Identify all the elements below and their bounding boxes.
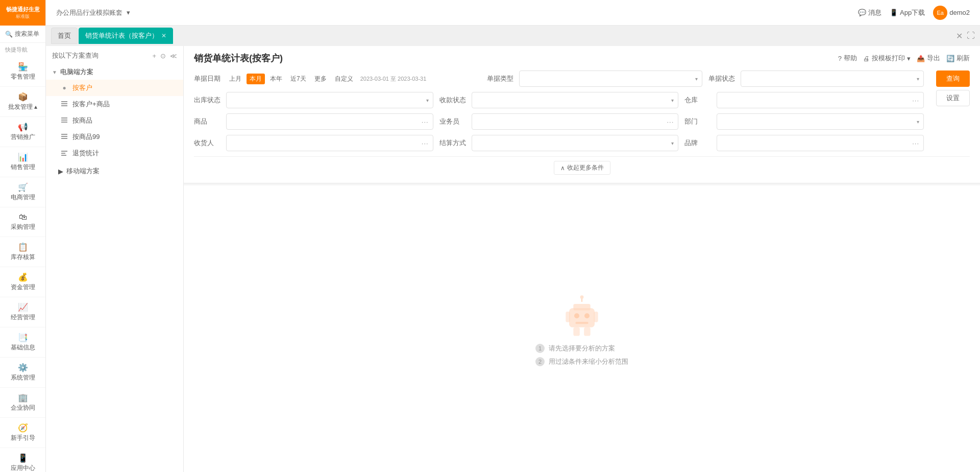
return-icon	[60, 149, 68, 157]
settings-btn[interactable]: 设置	[936, 90, 970, 106]
svg-rect-19	[573, 327, 580, 336]
header-left: 办公用品行业模拟账套 ▾	[56, 8, 130, 17]
tab-close-icon[interactable]: ✕	[161, 32, 166, 39]
goods-control[interactable]: ···	[226, 113, 433, 130]
scheme-add-btn[interactable]: +	[152, 52, 156, 60]
date-tab-custom[interactable]: 自定义	[332, 74, 356, 84]
scheme-item-return-label: 退货统计	[72, 149, 99, 158]
app-download-btn[interactable]: 📱 App下载	[890, 8, 925, 17]
customer-goods-icon	[60, 100, 68, 108]
receipt-status-control[interactable]: ▾	[472, 92, 679, 108]
collapse-btn[interactable]: ∧ 收起更多条件	[554, 161, 610, 175]
filter-container: 单据日期 上月 本月 本年 近7天 更多 自定义 2023-03-01 至 20…	[194, 70, 970, 156]
bill-status-chevron: ▾	[917, 76, 919, 82]
sidebar: 畅捷通好生意 标准版 🔍搜索菜单 快捷导航 🏪零售管理 📦批发管理 ▴ 📢营销推…	[0, 0, 46, 472]
sidebar-item-enterprise[interactable]: 🏢企业协同	[0, 388, 45, 418]
sidebar-item-retail[interactable]: 🏪零售管理	[0, 57, 45, 87]
svg-rect-5	[61, 122, 67, 123]
goods-dots: ···	[422, 118, 429, 126]
scheme-item-goods[interactable]: 按商品	[46, 112, 183, 129]
sidebar-item-wholesale[interactable]: 📦批发管理 ▴	[0, 87, 45, 117]
sidebar-item-basic[interactable]: 📑基础信息	[0, 327, 45, 358]
user-area[interactable]: Ea demo2	[933, 6, 970, 20]
message-icon: 💬	[858, 9, 866, 16]
goods-label: 商品	[194, 117, 222, 126]
tab-home[interactable]: 首页	[51, 28, 78, 44]
filters-main: 单据日期 上月 本月 本年 近7天 更多 自定义 2023-03-01 至 20…	[194, 70, 924, 156]
sidebar-item-system[interactable]: ⚙️系统管理	[0, 358, 45, 388]
date-tab-this-month[interactable]: 本月	[247, 74, 265, 84]
date-tab-last-month[interactable]: 上月	[226, 74, 244, 84]
scheme-item-customer-goods[interactable]: 按客户+商品	[46, 96, 183, 112]
dept-label: 部门	[684, 117, 713, 126]
page-title: 销货单统计表(按客户)	[194, 52, 283, 64]
svg-rect-18	[594, 312, 598, 322]
search-menu-text[interactable]: 🔍搜索菜单	[5, 30, 40, 38]
sidebar-item-finance[interactable]: 💰资金管理	[0, 267, 45, 297]
sidebar-item-guide[interactable]: 🧭新手引导	[0, 418, 45, 448]
scheme-item-return[interactable]: 退货统计	[46, 145, 183, 161]
staff-dots: ···	[667, 118, 674, 126]
empty-hints: 1 请先选择要分析的方案 2 用过滤条件来缩小分析范围	[535, 344, 628, 366]
mobile-group-label: 移动端方案	[66, 167, 100, 176]
collapse-row: ∧ 收起更多条件	[194, 156, 970, 179]
help-btn[interactable]: ? 帮助	[838, 54, 857, 63]
payment-control[interactable]: ▾	[472, 135, 679, 151]
scheme-group-desktop-title[interactable]: ▼ 电脑端方案	[46, 64, 183, 80]
receiver-control[interactable]: ···	[226, 135, 433, 151]
message-btn[interactable]: 💬 消息	[858, 8, 881, 17]
dept-control[interactable]: ▾	[717, 113, 924, 130]
filter-row-2: 出库状态 ▾ 收款状态 ▾	[194, 92, 924, 108]
scheme-item-customer-goods-label: 按客户+商品	[72, 100, 110, 109]
window-expand-icon[interactable]: ⛶	[967, 31, 975, 41]
scheme-group-mobile-title[interactable]: ▶ 移动端方案	[46, 163, 183, 179]
content-actions: ? 帮助 🖨 按模板打印 ▾ 📤 导出 🔄	[838, 54, 970, 63]
scheme-item-goods-label: 按商品	[72, 116, 92, 125]
sidebar-item-appcenter[interactable]: 📱应用中心	[0, 448, 45, 472]
export-btn[interactable]: 📤 导出	[917, 54, 940, 63]
sidebar-item-inventory[interactable]: 📋库存核算	[0, 237, 45, 267]
bill-type-chevron: ▾	[695, 76, 698, 82]
brand-control[interactable]: ···	[717, 135, 924, 151]
sidebar-item-ecommerce[interactable]: 🛒电商管理	[0, 177, 45, 207]
scheme-item-by-customer[interactable]: ● 按客户	[46, 80, 183, 96]
page-container: 按以下方案查询 + ⊙ ≪ ▼ 电脑端方案 ● 按客户	[46, 46, 980, 472]
hint2-text: 用过滤条件来缩小分析范围	[549, 357, 628, 366]
query-btn[interactable]: 查询	[936, 70, 970, 87]
scheme-copy-btn[interactable]: ⊙	[160, 52, 166, 60]
scheme-item-goods99[interactable]: 按商品99	[46, 129, 183, 145]
date-tab-7days[interactable]: 近7天	[287, 74, 309, 84]
scheme-collapse-btn[interactable]: ≪	[170, 52, 177, 60]
help-label: 帮助	[844, 54, 857, 63]
filter-row-1: 单据日期 上月 本月 本年 近7天 更多 自定义 2023-03-01 至 20…	[194, 70, 924, 87]
svg-rect-12	[569, 308, 595, 327]
goods99-icon	[60, 133, 68, 141]
warehouse-control[interactable]: ···	[717, 92, 924, 108]
staff-control[interactable]: ···	[472, 113, 679, 130]
dropdown-icon[interactable]: ▾	[127, 9, 130, 16]
date-tab-this-year[interactable]: 本年	[267, 74, 285, 84]
sidebar-item-operations[interactable]: 📈经营管理	[0, 297, 45, 327]
sidebar-search[interactable]: 🔍搜索菜单	[0, 26, 45, 43]
content-panel: 销货单统计表(按客户) ? 帮助 🖨 按模板打印 ▾ 📤	[184, 46, 980, 472]
date-tab-more[interactable]: 更多	[311, 74, 330, 84]
tab-sales-stats[interactable]: 销货单统计表（按客户） ✕	[79, 28, 173, 44]
template-print-btn[interactable]: 🖨 按模板打印 ▾	[863, 54, 911, 63]
print-dropdown-icon[interactable]: ▾	[907, 55, 911, 62]
staff-label: 业务员	[439, 117, 468, 126]
filter-bill-type: 单据类型 ▾	[487, 70, 702, 87]
svg-rect-0	[61, 101, 67, 102]
empty-illustration	[556, 291, 607, 344]
filter-payment: 结算方式 ▾	[439, 135, 679, 151]
window-close-icon[interactable]: ✕	[956, 31, 963, 41]
sidebar-item-purchase[interactable]: 🛍采购管理	[0, 207, 45, 237]
bill-status-control[interactable]: ▾	[741, 70, 924, 87]
sidebar-item-marketing[interactable]: 📢营销推广	[0, 117, 45, 147]
refresh-btn[interactable]: 🔄 刷新	[946, 54, 970, 63]
out-status-control[interactable]: ▾	[226, 92, 433, 108]
export-label: 导出	[927, 54, 940, 63]
sidebar-item-sales[interactable]: 📊销售管理	[0, 147, 45, 177]
receiver-label: 收货人	[194, 138, 222, 148]
bill-type-control[interactable]: ▾	[519, 70, 702, 87]
bill-status-label: 单据状态	[708, 74, 737, 83]
